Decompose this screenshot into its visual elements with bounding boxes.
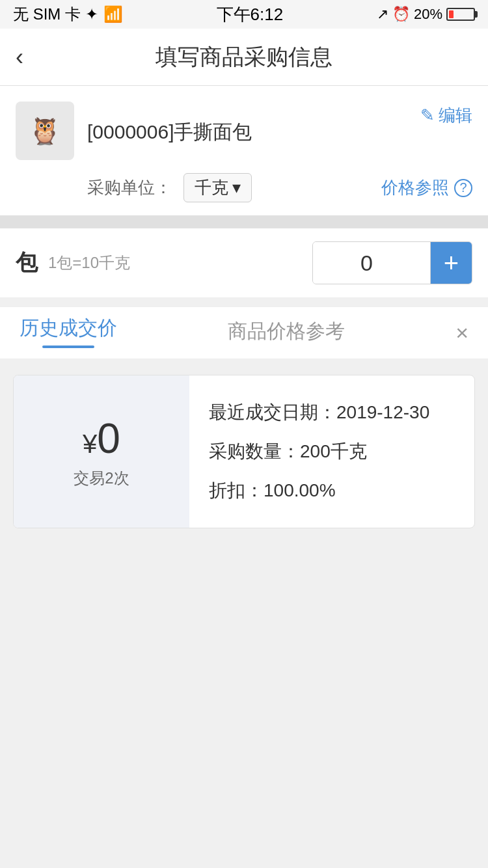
price-display: ¥0 [83, 414, 120, 463]
discount-row: 折扣：100.00% [209, 477, 455, 504]
back-button[interactable]: ‹ [16, 44, 23, 71]
tabs-close-button[interactable]: × [455, 320, 468, 346]
status-left: 无 SIM 卡 ✦ 📶 [13, 4, 123, 25]
quantity-section: 包 1包=10千克 + [0, 228, 488, 297]
price-transactions: 交易2次 [74, 468, 129, 489]
quantity-unit-tag: 包 [16, 248, 38, 278]
main-content: 历史成交价 商品价格参考 × ¥0 交易2次 最近成交日期：2019-12-30 [0, 306, 488, 697]
price-ref-button[interactable]: 价格参照 ? [381, 176, 472, 199]
product-section: 🦉 [0000006]手撕面包 ✎ 编辑 采购单位： 千克 ▾ 价格参照 ? [0, 86, 488, 215]
status-bar: 无 SIM 卡 ✦ 📶 下午6:12 ↗ ⏰ 20% [0, 0, 488, 29]
product-name: [0000006]手撕面包 [87, 119, 252, 146]
tab-active-indicator [42, 346, 94, 348]
card-right: 最近成交日期：2019-12-30 采购数量：200千克 折扣：100.00% [189, 375, 474, 528]
discount-value: 100.00% [264, 480, 336, 500]
tab-history-price[interactable]: 历史成交价 [20, 315, 117, 351]
recent-date-value: 2019-12-30 [336, 402, 429, 422]
unit-select[interactable]: 千克 ▾ [183, 173, 252, 202]
recent-date-row: 最近成交日期：2019-12-30 [209, 399, 455, 426]
wifi-icon: 📶 [103, 5, 123, 23]
purchase-quantity-label: 采购数量： [209, 441, 300, 461]
quantity-plus-button[interactable]: + [430, 242, 472, 284]
quantity-input-area: + [312, 241, 472, 284]
location-icon: ↗ [377, 6, 388, 23]
tabs-row: 历史成交价 商品价格参考 × [0, 307, 488, 359]
price-value-number: 0 [97, 415, 120, 462]
battery-icon [446, 8, 475, 21]
product-logo-icon: 🦉 [29, 116, 61, 146]
section-divider [0, 215, 488, 228]
help-icon: ? [454, 179, 472, 197]
card-left: ¥0 交易2次 [14, 375, 189, 528]
quantity-conversion: 1包=10千克 [48, 252, 130, 273]
status-right: ↗ ⏰ 20% [377, 6, 475, 23]
tab-history-price-label: 历史成交价 [20, 315, 117, 342]
edit-button[interactable]: ✎ 编辑 [420, 104, 472, 127]
edit-icon: ✎ [420, 105, 435, 126]
carrier-text: 无 SIM 卡 ✦ [13, 4, 98, 25]
recent-date-label: 最近成交日期： [209, 402, 336, 422]
price-card: ¥0 交易2次 最近成交日期：2019-12-30 采购数量：200千克 折扣：… [13, 375, 475, 528]
product-left: 🦉 [0000006]手撕面包 [16, 102, 252, 160]
dropdown-icon: ▾ [232, 178, 241, 198]
unit-value: 千克 [195, 176, 228, 199]
alarm-icon: ⏰ [392, 6, 410, 23]
status-time: 下午6:12 [217, 3, 284, 26]
edit-label: 编辑 [439, 104, 472, 127]
tab-product-price-ref-label: 商品价格参考 [228, 318, 345, 345]
quantity-left: 包 1包=10千克 [16, 248, 130, 278]
purchase-quantity-row: 采购数量：200千克 [209, 438, 455, 465]
product-image: 🦉 [16, 102, 74, 160]
purchase-quantity-value: 200千克 [300, 441, 367, 461]
price-ref-label: 价格参照 [381, 176, 449, 199]
unit-label: 采购单位： [87, 176, 172, 199]
product-header: 🦉 [0000006]手撕面包 ✎ 编辑 [16, 102, 472, 160]
card-area: ¥0 交易2次 最近成交日期：2019-12-30 采购数量：200千克 折扣：… [0, 359, 488, 544]
product-unit-row: 采购单位： 千克 ▾ 价格参照 ? [16, 173, 472, 202]
product-title: 手撕面包 [174, 121, 252, 142]
nav-bar: ‹ 填写商品采购信息 [0, 29, 488, 86]
tabs-section: 历史成交价 商品价格参考 × [0, 306, 488, 359]
currency-symbol: ¥ [83, 429, 97, 458]
product-id: [0000006] [87, 121, 174, 142]
battery-percent: 20% [414, 6, 442, 23]
tab-product-price-ref[interactable]: 商品价格参考 [228, 318, 345, 347]
quantity-input[interactable] [313, 242, 430, 284]
page-title: 填写商品采购信息 [156, 42, 332, 72]
discount-label: 折扣： [209, 480, 264, 500]
